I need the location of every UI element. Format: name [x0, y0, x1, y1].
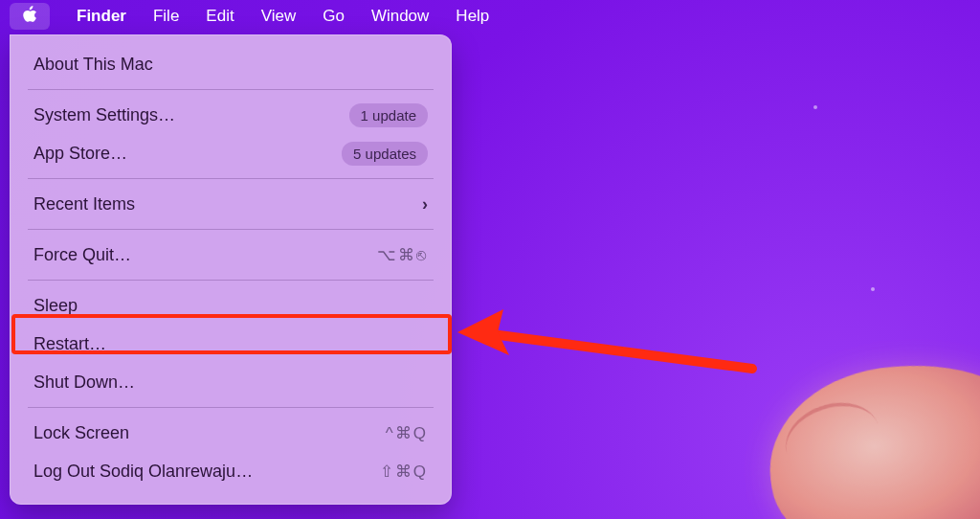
menu-bar: Finder File Edit View Go Window Help — [0, 0, 980, 33]
keyboard-shortcut: ⇧⌘Q — [380, 462, 428, 482]
apple-menu-dropdown: About This Mac System Settings… 1 update… — [10, 34, 452, 505]
menu-item-label: Log Out Sodiq Olanrewaju… — [33, 462, 253, 482]
menu-separator — [28, 280, 434, 281]
menu-separator — [28, 229, 434, 230]
keyboard-shortcut: ⌥⌘⎋ — [377, 245, 428, 265]
menu-item-label: System Settings… — [33, 105, 175, 125]
update-badge: 1 update — [349, 103, 428, 127]
menu-item-label: Recent Items — [33, 194, 135, 214]
menu-file[interactable]: File — [140, 3, 192, 30]
menu-separator — [28, 89, 434, 90]
menu-item-label: App Store… — [33, 144, 127, 164]
menu-separator — [28, 407, 434, 408]
chevron-right-icon: › — [422, 194, 428, 214]
menu-item-label: Lock Screen — [33, 423, 129, 443]
menu-recent-items[interactable]: Recent Items › — [11, 185, 451, 223]
menu-app-store[interactable]: App Store… 5 updates — [11, 134, 451, 172]
menu-log-out[interactable]: Log Out Sodiq Olanrewaju… ⇧⌘Q — [11, 452, 451, 490]
menu-sleep[interactable]: Sleep — [11, 286, 451, 325]
menu-lock-screen[interactable]: Lock Screen ^⌘Q — [11, 414, 451, 452]
menu-restart[interactable]: Restart… — [11, 325, 451, 363]
menu-item-label: Sleep — [33, 296, 78, 316]
menu-app-name[interactable]: Finder — [63, 3, 140, 30]
apple-menu-button[interactable] — [10, 3, 50, 30]
menu-separator — [28, 178, 434, 179]
keyboard-shortcut: ^⌘Q — [386, 423, 428, 443]
menu-item-label: Force Quit… — [33, 245, 131, 265]
menu-item-label: Shut Down… — [33, 372, 135, 393]
menu-about-this-mac[interactable]: About This Mac — [11, 45, 451, 83]
menu-edit[interactable]: Edit — [192, 3, 247, 30]
menu-view[interactable]: View — [248, 3, 310, 30]
menu-window[interactable]: Window — [358, 3, 442, 30]
menu-item-label: Restart… — [33, 334, 106, 354]
menu-force-quit[interactable]: Force Quit… ⌥⌘⎋ — [11, 236, 451, 274]
menu-help[interactable]: Help — [442, 3, 502, 30]
menu-system-settings[interactable]: System Settings… 1 update — [11, 96, 451, 134]
menu-go[interactable]: Go — [309, 3, 358, 30]
menu-shut-down[interactable]: Shut Down… — [11, 363, 451, 401]
update-badge: 5 updates — [342, 142, 428, 166]
apple-logo-icon — [21, 5, 38, 29]
menu-item-label: About This Mac — [33, 55, 153, 75]
